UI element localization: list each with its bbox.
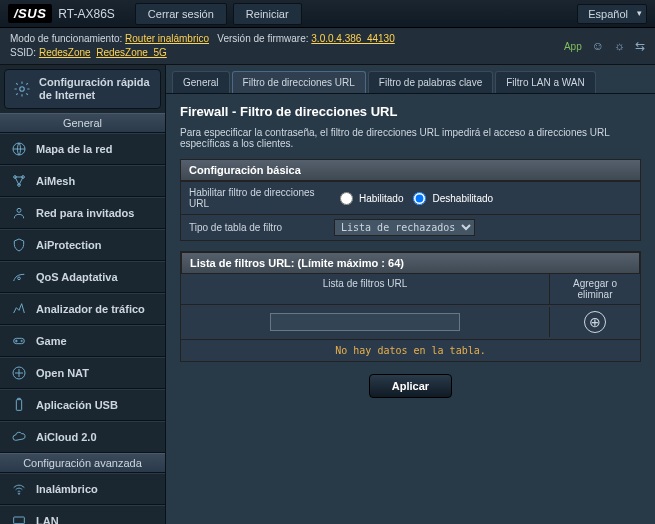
sidebar-item-mesh[interactable]: AiMesh (0, 165, 165, 197)
sidebar-label: AiMesh (36, 175, 75, 187)
sidebar-label: Mapa de la red (36, 143, 112, 155)
guest-icon (10, 204, 28, 222)
tab-1[interactable]: Filtro de direcciones URL (232, 71, 366, 93)
fw-link[interactable]: 3.0.0.4.386_44130 (311, 33, 394, 44)
apply-button[interactable]: Aplicar (369, 374, 452, 398)
sidebar-label: Inalámbrico (36, 483, 98, 495)
col-url: Lista de filtros URL (181, 274, 550, 304)
usb-icon (10, 396, 28, 414)
fw-label: Versión de firmware: (217, 33, 308, 44)
sidebar-item-cloud[interactable]: AiCloud 2.0 (0, 421, 165, 453)
url-input[interactable] (270, 313, 460, 331)
sidebar-label: Red para invitados (36, 207, 134, 219)
sidebar-item-qos[interactable]: QoS Adaptativa (0, 261, 165, 293)
game-icon (10, 332, 28, 350)
page-desc: Para especificar la contraseña, el filtr… (180, 127, 641, 149)
model-name: RT-AX86S (58, 7, 114, 21)
sidebar-label: AiCloud 2.0 (36, 431, 97, 443)
svg-rect-10 (16, 400, 21, 411)
lan-icon (10, 512, 28, 524)
svg-rect-12 (14, 517, 25, 524)
list-header: Lista de filtros URL: (Límite máximo : 6… (181, 252, 640, 274)
disabled-label: Deshabilitado (432, 193, 493, 204)
sidebar-label: LAN (36, 515, 59, 524)
tab-0[interactable]: General (172, 71, 230, 93)
sidebar-item-nat[interactable]: Open NAT (0, 357, 165, 389)
ssid-label: SSID: (10, 47, 36, 58)
svg-point-5 (17, 209, 21, 213)
op-mode-link[interactable]: Router inalámbrico (125, 33, 209, 44)
svg-point-0 (20, 87, 25, 92)
sidebar-label: QoS Adaptativa (36, 271, 118, 283)
quick-setup-label: Configuración rápida de Internet (39, 76, 152, 102)
op-mode-label: Modo de funcionamiento: (10, 33, 122, 44)
col-action: Agregar o eliminar (550, 274, 640, 304)
sidebar-label: Analizador de tráfico (36, 303, 145, 315)
sidebar-label: Game (36, 335, 67, 347)
brand-logo: /SUS (8, 4, 52, 23)
sidebar-item-usb[interactable]: Aplicación USB (0, 389, 165, 421)
table-type-select[interactable]: Lista de rechazados (334, 219, 475, 236)
svg-point-11 (18, 493, 19, 494)
section-advanced: Configuración avanzada (0, 453, 165, 473)
cloud-icon (10, 428, 28, 446)
quick-setup-button[interactable]: Configuración rápida de Internet (4, 69, 161, 109)
svg-point-8 (21, 341, 22, 342)
traffic-icon (10, 300, 28, 318)
share-icon[interactable]: ⇆ (635, 39, 645, 53)
qos-icon (10, 268, 28, 286)
gear-icon (13, 80, 31, 98)
language-dropdown[interactable]: Español (577, 4, 647, 24)
app-link[interactable]: App (564, 41, 582, 52)
reboot-button[interactable]: Reiniciar (233, 3, 302, 25)
sidebar-item-guest[interactable]: Red para invitados (0, 197, 165, 229)
sidebar-item-traffic[interactable]: Analizador de tráfico (0, 293, 165, 325)
ssid1-link[interactable]: RedesZone (39, 47, 91, 58)
sidebar-label: Aplicación USB (36, 399, 118, 411)
shield-icon (10, 236, 28, 254)
ssid2-link[interactable]: RedesZone_5G (96, 47, 167, 58)
section-general: General (0, 113, 165, 133)
sidebar-label: Open NAT (36, 367, 89, 379)
enable-filter-label: Habilitar filtro de direcciones URL (181, 182, 326, 214)
add-button[interactable]: ⊕ (584, 311, 606, 333)
sidebar-item-lan[interactable]: LAN (0, 505, 165, 524)
config-header: Configuración básica (180, 159, 641, 181)
nat-icon (10, 364, 28, 382)
disable-radio[interactable] (413, 192, 426, 205)
sidebar-item-game[interactable]: Game (0, 325, 165, 357)
enable-radio[interactable] (340, 192, 353, 205)
sidebar-item-wifi[interactable]: Inalámbrico (0, 473, 165, 505)
tab-2[interactable]: Filtro de palabras clave (368, 71, 493, 93)
table-type-label: Tipo de tabla de filtro (181, 217, 326, 238)
sidebar-item-globe[interactable]: Mapa de la red (0, 133, 165, 165)
sidebar-label: AiProtection (36, 239, 101, 251)
globe-icon (10, 140, 28, 158)
enabled-label: Habilitado (359, 193, 403, 204)
tab-3[interactable]: Filtro LAN a WAN (495, 71, 596, 93)
users-icon[interactable]: ☺ (592, 39, 604, 53)
sidebar-item-shield[interactable]: AiProtection (0, 229, 165, 261)
page-title: Firewall - Filtro de direcciones URL (180, 104, 641, 119)
svg-point-6 (18, 277, 21, 280)
no-data-msg: No hay datos en la tabla. (181, 340, 640, 361)
led-icon[interactable]: ☼ (614, 39, 625, 53)
mesh-icon (10, 172, 28, 190)
wifi-icon (10, 480, 28, 498)
logout-button[interactable]: Cerrar sesión (135, 3, 227, 25)
plus-icon: ⊕ (589, 314, 601, 330)
